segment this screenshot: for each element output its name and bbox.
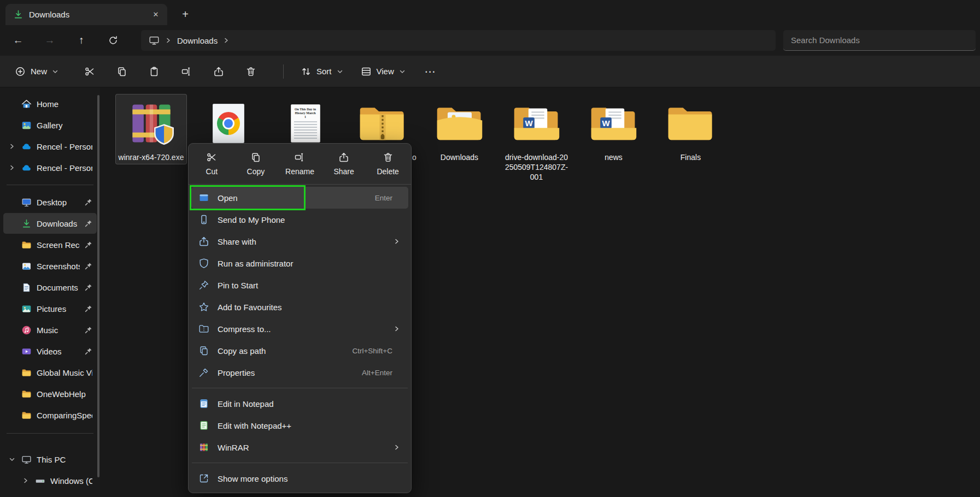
folder-news[interactable]: news: [578, 94, 649, 164]
back-button[interactable]: ←: [8, 31, 28, 50]
chevron-right-icon[interactable]: [21, 476, 30, 485]
breadcrumb[interactable]: Downloads: [141, 30, 776, 51]
chevron-down-icon[interactable]: [8, 455, 16, 464]
menu-item-open[interactable]: Open Enter: [191, 187, 408, 209]
menu-item-share-with[interactable]: Share with: [191, 230, 408, 252]
up-button[interactable]: ↑: [71, 31, 92, 50]
more-options-button[interactable]: ⋯: [419, 61, 441, 82]
menu-item-properties[interactable]: Properties Alt+Enter: [191, 362, 408, 383]
onedrive-cloud-icon: [21, 141, 32, 152]
phone-icon: [198, 214, 209, 225]
cut-button[interactable]: [79, 61, 101, 82]
sidebar-item-pictures[interactable]: Pictures: [3, 298, 97, 319]
pin-icon: [85, 198, 92, 206]
search-input[interactable]: [783, 30, 976, 51]
toolbar-divider: [283, 64, 284, 79]
menu-item-send-to-my-phone[interactable]: Send to My Phone: [191, 209, 408, 230]
chevron-right-icon: [394, 326, 401, 332]
pin-icon: [85, 305, 92, 312]
sidebar-item-desktop[interactable]: Desktop: [3, 192, 97, 212]
zip-folder-icon: [359, 104, 407, 143]
zip-folder-icon: [198, 323, 209, 334]
menu-item-compress-to[interactable]: Compress to...: [191, 318, 408, 340]
sidebar-item-home[interactable]: Home: [3, 93, 97, 114]
sidebar-item-videos[interactable]: Videos: [3, 341, 97, 362]
rename-button[interactable]: [175, 61, 197, 82]
sidebar-item-downloads[interactable]: Downloads: [3, 213, 97, 234]
document-thumb-lines: [294, 121, 317, 139]
title-bar: Downloads ✕ +: [0, 0, 980, 25]
refresh-button[interactable]: [103, 31, 124, 50]
sort-button[interactable]: Sort: [295, 62, 349, 81]
breadcrumb-location[interactable]: Downloads: [177, 36, 218, 45]
chevron-right-icon: [394, 444, 401, 451]
explorer-tab[interactable]: Downloads ✕: [5, 4, 167, 25]
quick-copy-button[interactable]: Copy: [234, 147, 278, 181]
sidebar-item-windows-c[interactable]: Windows (C:): [3, 470, 97, 491]
sidebar-item-gallery[interactable]: Gallery: [3, 115, 97, 135]
chevron-right-icon[interactable]: [223, 37, 230, 44]
shortcut-label: Enter: [375, 194, 401, 202]
chevron-right-icon[interactable]: [8, 142, 16, 151]
open-window-icon: [198, 192, 209, 203]
desktop-icon: [21, 197, 32, 208]
document-thumb-title: On This Day in History March 1: [294, 108, 317, 119]
sidebar-item-onedrive-1[interactable]: Rencel - Persona: [3, 136, 97, 157]
pin-icon: [85, 262, 92, 270]
menu-item-pin-to-start[interactable]: Pin to Start: [191, 274, 408, 296]
copy-button[interactable]: [111, 61, 133, 82]
home-icon: [21, 99, 32, 109]
close-tab-icon[interactable]: ✕: [149, 8, 163, 22]
menu-item-copy-as-path[interactable]: Copy as path Ctrl+Shift+C: [191, 340, 408, 362]
menu-item-edit-in-notepad[interactable]: Edit in Notepad: [191, 393, 408, 415]
new-tab-button[interactable]: +: [177, 6, 193, 22]
videos-icon: [21, 346, 32, 357]
copy-icon: [250, 152, 261, 163]
chevron-right-icon[interactable]: [8, 163, 16, 172]
forward-button[interactable]: →: [39, 31, 60, 50]
quick-rename-button[interactable]: Rename: [278, 147, 321, 181]
sidebar-item-onewebhelp[interactable]: OneWebHelp: [3, 383, 97, 404]
paste-button[interactable]: [143, 61, 165, 82]
sidebar-item-onedrive-2[interactable]: Rencel - Persona: [3, 157, 97, 178]
download-icon: [21, 218, 32, 229]
folder-finals[interactable]: Finals: [655, 94, 726, 164]
context-menu-divider: [192, 388, 408, 388]
view-button[interactable]: View: [355, 62, 412, 81]
menu-item-add-to-favourites[interactable]: Add to Favourites: [191, 296, 408, 318]
sidebar-item-screen-recordings[interactable]: Screen Recor: [3, 234, 97, 255]
share-button[interactable]: [208, 61, 230, 82]
folder-icon: [21, 410, 32, 421]
menu-item-edit-with-notepad-plus-plus[interactable]: Edit with Notepad++: [191, 415, 408, 436]
menu-item-run-as-administrator[interactable]: Run as administrator: [191, 252, 408, 274]
menu-item-show-more-options[interactable]: Show more options: [191, 468, 408, 489]
sidebar-item-comparingspec[interactable]: ComparingSpec: [3, 405, 97, 425]
pin-icon: [85, 220, 92, 227]
context-quick-actions: Cut Copy Rename Share Delete: [189, 144, 411, 184]
quick-cut-button[interactable]: Cut: [190, 147, 233, 181]
quick-delete-button[interactable]: Delete: [366, 147, 409, 181]
file-winrar-exe[interactable]: winrar-x64-720.exe: [115, 94, 187, 164]
sidebar-item-documents[interactable]: Documents: [3, 277, 97, 298]
pin-icon: [85, 283, 92, 291]
sidebar-item-screenshots[interactable]: Screenshots: [3, 256, 97, 276]
new-button[interactable]: New: [9, 62, 64, 81]
word-folder-icon: [590, 104, 638, 143]
sidebar-item-global-music[interactable]: Global Music Vil: [3, 362, 97, 383]
pin-icon: [198, 280, 209, 291]
delete-button[interactable]: [240, 61, 262, 82]
sidebar-item-music[interactable]: Music: [3, 319, 97, 340]
quick-share-button[interactable]: Share: [322, 147, 366, 181]
copy-icon: [198, 345, 209, 356]
share-icon: [198, 236, 209, 247]
sidebar-scrollbar[interactable]: [97, 95, 99, 477]
rename-icon: [181, 66, 192, 77]
onedrive-cloud-icon: [21, 163, 32, 173]
chevron-right-icon: [394, 238, 401, 245]
folder-drive-download[interactable]: drive-download-20250509T124807Z-001: [501, 94, 572, 184]
sidebar-item-this-pc[interactable]: This PC: [3, 449, 97, 470]
refresh-icon: [108, 35, 119, 46]
folder-downloads[interactable]: Downloads: [424, 94, 495, 164]
trash-icon: [383, 152, 394, 163]
menu-item-winrar[interactable]: WinRAR: [191, 436, 408, 458]
